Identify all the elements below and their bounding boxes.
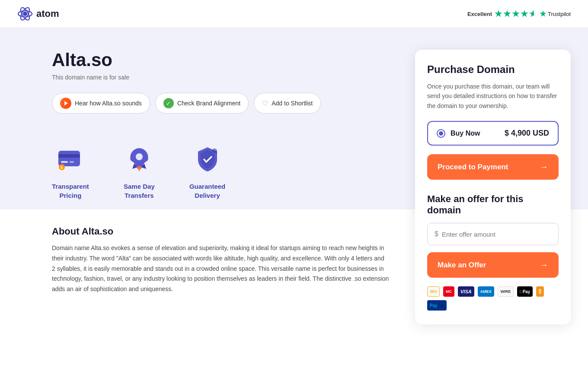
purchase-card-description: Once you purchase this domain, our team … bbox=[427, 82, 559, 111]
domain-subtitle: This domain name is for sale bbox=[52, 74, 389, 81]
purchase-card: Purchase Domain Once you purchase this d… bbox=[415, 50, 571, 324]
feature-transparent-pricing: $ Transparent Pricing bbox=[52, 144, 89, 200]
svg-rect-6 bbox=[61, 161, 68, 163]
features-section: $ Transparent Pricing bbox=[52, 140, 389, 200]
rocket-icon-wrap bbox=[124, 144, 155, 175]
header: atom Excellent Trustpilot bbox=[0, 0, 588, 28]
atom-logo-icon bbox=[17, 6, 33, 22]
buy-now-option[interactable]: Buy Now $ 4,900 USD bbox=[427, 121, 559, 146]
shield-icon bbox=[193, 145, 222, 174]
rocket-icon bbox=[125, 145, 154, 174]
feature-guaranteed-delivery: Guaranteed Delivery bbox=[189, 144, 225, 200]
feature-same-day-transfers: Same Day Transfers bbox=[124, 144, 155, 200]
billing-icon: $ bbox=[56, 145, 85, 174]
trustpilot-brand: Trustpilot bbox=[540, 10, 571, 17]
trustpilot-stars bbox=[495, 10, 537, 18]
about-text: Domain name Alta.so evokes a sense of el… bbox=[52, 243, 389, 295]
make-offer-button[interactable]: Make an Offer → bbox=[427, 252, 559, 278]
dollar-sign-icon: $ bbox=[435, 230, 438, 238]
svg-rect-7 bbox=[70, 161, 74, 163]
payment-mastercard: MC bbox=[443, 286, 454, 297]
offer-title: Make an offer for this domain bbox=[427, 193, 559, 216]
payment-wire: WIRE bbox=[498, 286, 514, 297]
payment-visa: VISA bbox=[458, 286, 474, 297]
about-title: About Alta.so bbox=[52, 226, 389, 237]
svg-point-10 bbox=[136, 153, 143, 160]
heart-icon: ♡ bbox=[262, 99, 268, 108]
add-shortlist-label: Add to Shortlist bbox=[272, 100, 313, 107]
logo[interactable]: atom bbox=[17, 6, 59, 22]
buy-now-label: Buy Now bbox=[451, 130, 480, 137]
proceed-to-payment-button[interactable]: Proceed to Payment → bbox=[427, 154, 559, 180]
radio-button-selected bbox=[437, 129, 445, 138]
arrow-right-icon: → bbox=[540, 162, 548, 172]
proceed-button-label: Proceed to Payment bbox=[438, 163, 508, 171]
check-brand-button[interactable]: ✓ Check Brand Alignment bbox=[155, 93, 249, 114]
about-section: About Alta.so Domain name Alta.so evokes… bbox=[52, 226, 389, 295]
add-shortlist-button[interactable]: ♡ Add to Shortlist bbox=[254, 93, 321, 114]
offer-amount-input[interactable] bbox=[442, 231, 551, 238]
check-icon: ✓ bbox=[163, 98, 174, 108]
buy-option-left: Buy Now bbox=[437, 129, 480, 138]
offer-input-wrap: $ bbox=[427, 223, 559, 245]
same-day-transfers-label: Same Day Transfers bbox=[124, 182, 155, 200]
hear-sounds-button[interactable]: Hear how Alta.so sounds bbox=[52, 93, 150, 114]
guaranteed-delivery-label: Guaranteed Delivery bbox=[189, 182, 225, 200]
billing-icon-wrap: $ bbox=[55, 144, 86, 175]
payment-western-union: WU bbox=[427, 286, 440, 297]
buy-now-price: $ 4,900 USD bbox=[505, 129, 549, 138]
svg-text:$: $ bbox=[61, 165, 63, 170]
transparent-pricing-label: Transparent Pricing bbox=[52, 182, 89, 200]
main-content: Alta.so This domain name is for sale Hea… bbox=[0, 28, 588, 371]
right-panel: Purchase Domain Once you purchase this d… bbox=[406, 28, 588, 371]
payment-amex: AMEX bbox=[478, 286, 494, 297]
shield-icon-wrap bbox=[192, 144, 223, 175]
make-offer-arrow-icon: → bbox=[540, 260, 548, 270]
logo-text: atom bbox=[36, 8, 59, 19]
check-brand-label: Check Brand Alignment bbox=[177, 100, 240, 107]
trustpilot-label: Excellent bbox=[467, 11, 492, 17]
hear-sounds-label: Hear how Alta.so sounds bbox=[75, 100, 142, 107]
domain-title: Alta.so bbox=[52, 50, 389, 70]
svg-point-0 bbox=[23, 12, 27, 16]
svg-rect-5 bbox=[58, 154, 80, 158]
payment-apple-pay:  Pay bbox=[517, 286, 533, 297]
left-panel: Alta.so This domain name is for sale Hea… bbox=[0, 28, 406, 371]
trustpilot-widget: Excellent Trustpilot bbox=[467, 10, 571, 18]
svg-rect-4 bbox=[58, 151, 80, 166]
play-triangle bbox=[64, 101, 68, 105]
make-offer-label: Make an Offer bbox=[438, 261, 486, 270]
radio-inner bbox=[439, 131, 443, 136]
payment-paypal: PayPal bbox=[427, 300, 447, 311]
payment-bitcoin: ₿ bbox=[536, 286, 544, 297]
play-icon bbox=[60, 98, 71, 109]
action-buttons: Hear how Alta.so sounds ✓ Check Brand Al… bbox=[52, 93, 389, 114]
payment-methods: WU MC VISA AMEX WIRE  Pay ₿ PayPal bbox=[427, 286, 559, 311]
purchase-card-title: Purchase Domain bbox=[427, 63, 559, 76]
